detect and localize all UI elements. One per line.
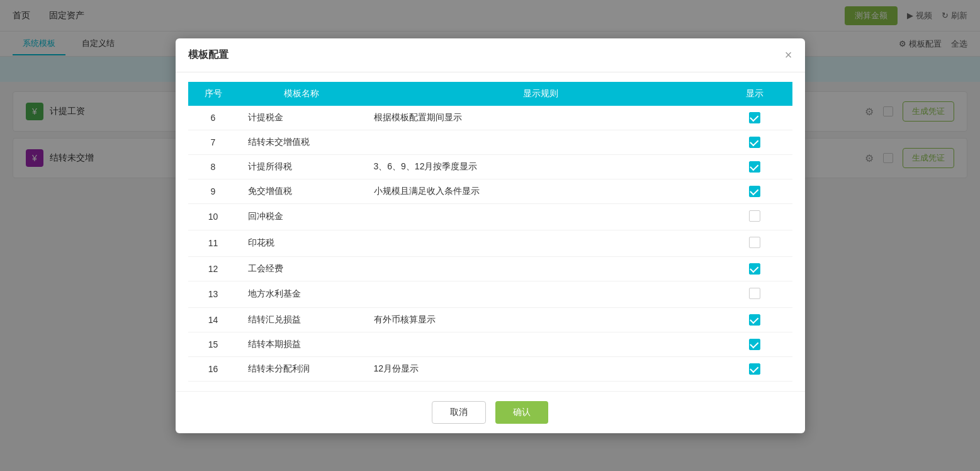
cell-seq-1: 7	[188, 130, 239, 154]
cell-name-8: 结转汇兑损益	[239, 307, 364, 332]
cell-name-7: 地方水利基金	[239, 281, 364, 307]
table-row: 7结转未交增值税	[188, 130, 792, 154]
cell-display-5	[717, 230, 792, 256]
cell-rule-10: 12月份显示	[364, 356, 717, 381]
table-row: 12工会经费	[188, 256, 792, 281]
table-header-row: 序号 模板名称 显示规则 显示	[188, 82, 792, 106]
modal-body: 序号 模板名称 显示规则 显示 6计提税金根据模板配置期间显示7结转未交增值税8…	[176, 72, 805, 391]
checkbox-row-6[interactable]	[749, 263, 760, 275]
cell-rule-5	[364, 230, 717, 256]
checkbox-row-1[interactable]	[749, 137, 760, 148]
cell-seq-0: 6	[188, 106, 239, 130]
cell-rule-8: 有外币核算显示	[364, 307, 717, 332]
config-table: 序号 模板名称 显示规则 显示 6计提税金根据模板配置期间显示7结转未交增值税8…	[188, 82, 792, 382]
cell-display-4	[717, 203, 792, 230]
cell-name-3: 免交增值税	[239, 179, 364, 203]
cell-seq-8: 14	[188, 307, 239, 332]
checkbox-row-7[interactable]	[749, 288, 760, 299]
cell-seq-9: 15	[188, 332, 239, 356]
cell-display-3	[717, 179, 792, 203]
cell-seq-4: 10	[188, 203, 239, 230]
cell-seq-2: 8	[188, 154, 239, 179]
table-row: 8计提所得税3、6、9、12月按季度显示	[188, 154, 792, 179]
table-row: 6计提税金根据模板配置期间显示	[188, 106, 792, 130]
table-row: 13地方水利基金	[188, 281, 792, 307]
cell-rule-0: 根据模板配置期间显示	[364, 106, 717, 130]
confirm-button[interactable]: 确认	[495, 401, 548, 424]
cell-seq-10: 16	[188, 356, 239, 381]
cell-rule-9	[364, 332, 717, 356]
th-name: 模板名称	[239, 82, 364, 106]
checkbox-row-2[interactable]	[749, 161, 760, 173]
cell-rule-3: 小规模且满足收入条件显示	[364, 179, 717, 203]
cell-display-2	[717, 154, 792, 179]
cell-rule-1	[364, 130, 717, 154]
cell-display-0	[717, 106, 792, 130]
table-body: 6计提税金根据模板配置期间显示7结转未交增值税8计提所得税3、6、9、12月按季…	[188, 106, 792, 382]
cell-rule-7	[364, 281, 717, 307]
cell-name-10: 结转未分配利润	[239, 356, 364, 381]
checkbox-row-4[interactable]	[749, 210, 760, 222]
modal-template-config: 模板配置 × 序号 模板名称 显示规则 显示 6计提税金根据模板配置期间显示7结…	[176, 38, 805, 433]
cell-seq-3: 9	[188, 179, 239, 203]
checkbox-row-0[interactable]	[749, 112, 760, 123]
cell-display-8	[717, 307, 792, 332]
cell-display-6	[717, 256, 792, 281]
cell-name-2: 计提所得税	[239, 154, 364, 179]
cell-rule-6	[364, 256, 717, 281]
modal-title: 模板配置	[188, 48, 228, 62]
modal-footer: 取消 确认	[176, 391, 805, 433]
checkbox-row-8[interactable]	[749, 314, 760, 326]
cell-seq-7: 13	[188, 281, 239, 307]
th-rule: 显示规则	[364, 82, 717, 106]
cell-name-5: 印花税	[239, 230, 364, 256]
cell-name-9: 结转本期损益	[239, 332, 364, 356]
table-row: 11印花税	[188, 230, 792, 256]
table-row: 16结转未分配利润12月份显示	[188, 356, 792, 381]
cell-rule-2: 3、6、9、12月按季度显示	[364, 154, 717, 179]
table-row: 9免交增值税小规模且满足收入条件显示	[188, 179, 792, 203]
cell-display-9	[717, 332, 792, 356]
checkbox-row-10[interactable]	[749, 363, 760, 375]
table-row: 14结转汇兑损益有外币核算显示	[188, 307, 792, 332]
cell-seq-5: 11	[188, 230, 239, 256]
cell-name-1: 结转未交增值税	[239, 130, 364, 154]
modal-header: 模板配置 ×	[176, 38, 805, 72]
cancel-button[interactable]: 取消	[432, 401, 486, 424]
cell-name-0: 计提税金	[239, 106, 364, 130]
cell-display-10	[717, 356, 792, 381]
table-row: 15结转本期损益	[188, 332, 792, 356]
th-display: 显示	[717, 82, 792, 106]
modal-overlay: 模板配置 × 序号 模板名称 显示规则 显示 6计提税金根据模板配置期间显示7结…	[0, 0, 980, 471]
cell-display-7	[717, 281, 792, 307]
cell-name-4: 回冲税金	[239, 203, 364, 230]
cell-name-6: 工会经费	[239, 256, 364, 281]
checkbox-row-5[interactable]	[749, 237, 760, 248]
cell-display-1	[717, 130, 792, 154]
modal-close-button[interactable]: ×	[785, 48, 792, 61]
checkbox-row-3[interactable]	[749, 186, 760, 197]
cell-seq-6: 12	[188, 256, 239, 281]
th-seq: 序号	[188, 82, 239, 106]
cell-rule-4	[364, 203, 717, 230]
table-row: 10回冲税金	[188, 203, 792, 230]
checkbox-row-9[interactable]	[749, 339, 760, 350]
